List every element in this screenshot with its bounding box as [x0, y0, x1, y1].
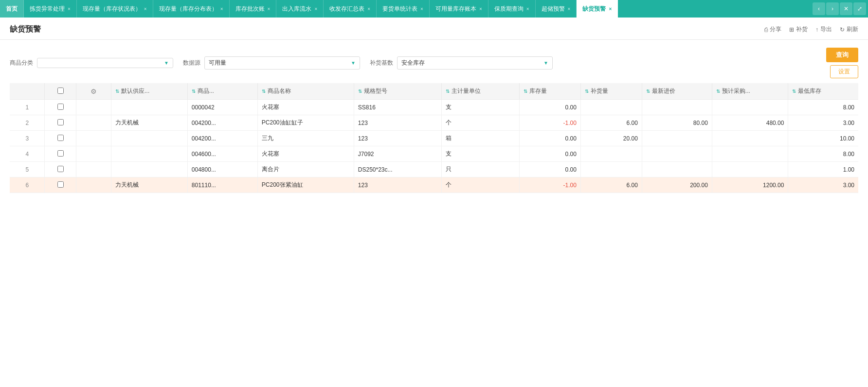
cell-code: 004200...: [187, 131, 257, 146]
tab-overstock[interactable]: 超储预警 ×: [536, 0, 577, 18]
tab-order-stats[interactable]: 要货单统计表 ×: [377, 0, 430, 18]
cell-spec: SS816: [354, 100, 441, 115]
query-button[interactable]: 查询: [826, 48, 858, 62]
table-row: 4 004600... 火花塞 J7092 支 0.00 8.00: [10, 146, 858, 162]
cell-min-stock: 8.00: [788, 146, 858, 162]
tab-fullscreen-button[interactable]: ⤢: [853, 2, 866, 15]
tab-close-expiry-query[interactable]: ×: [526, 6, 529, 12]
sort-supplier-icon[interactable]: ⇅: [115, 88, 119, 94]
cell-latest-price: [642, 100, 712, 115]
tab-receive-summary[interactable]: 收发存汇总表 ×: [324, 0, 377, 18]
row-checkbox[interactable]: [57, 166, 64, 172]
tab-close-order-stats[interactable]: ×: [420, 6, 423, 12]
datasource-value: 可用量: [209, 59, 226, 67]
cell-code: 004600...: [187, 146, 257, 162]
sort-price-icon[interactable]: ⇅: [646, 88, 650, 94]
cell-stock: 0.00: [519, 131, 580, 146]
data-table: ⚙ ⇅ 默认供应... ⇅ 商品...: [10, 83, 858, 193]
cell-index: 1: [10, 100, 45, 115]
category-select[interactable]: ▼: [37, 58, 173, 68]
cell-replenish: [580, 146, 642, 162]
cell-spec: 123: [354, 115, 441, 131]
tab-close-inout-flow[interactable]: ×: [314, 6, 317, 12]
cell-checkbox[interactable]: [45, 162, 76, 177]
row-checkbox[interactable]: [57, 104, 64, 110]
cell-checkbox[interactable]: [45, 146, 76, 162]
tab-close-available-ledger[interactable]: ×: [479, 6, 482, 12]
replenish-button[interactable]: ⊞ 补货: [789, 25, 808, 34]
cell-checkbox[interactable]: [45, 100, 76, 115]
datasource-select[interactable]: 可用量 ▼: [204, 56, 360, 70]
tab-inventory-status[interactable]: 现存量（库存状况表） ×: [77, 0, 153, 18]
cell-checkbox[interactable]: [45, 131, 76, 146]
cell-settings: [76, 146, 111, 162]
tab-close-inventory-status[interactable]: ×: [144, 6, 147, 12]
column-settings-icon[interactable]: ⚙: [90, 88, 97, 95]
replenish-icon: ⊞: [789, 26, 794, 33]
sort-spec-icon[interactable]: ⇅: [358, 88, 362, 94]
sort-minstock-icon[interactable]: ⇅: [792, 88, 796, 94]
cell-checkbox[interactable]: [45, 177, 76, 193]
table-row: 6 力天机械 801110... PC200张紧油缸 123 个 -1.00 6…: [10, 177, 858, 193]
tab-expiry-query[interactable]: 保质期查询 ×: [488, 0, 536, 18]
refresh-button[interactable]: ↻ 刷新: [840, 25, 858, 34]
sort-unit-icon[interactable]: ⇅: [446, 88, 450, 94]
sort-replenish-icon[interactable]: ⇅: [585, 88, 589, 94]
row-checkbox[interactable]: [57, 119, 64, 125]
row-checkbox[interactable]: [57, 181, 64, 188]
cell-min-stock: 10.00: [788, 131, 858, 146]
replenish-base-select[interactable]: 安全库存 ▼: [397, 56, 553, 70]
cell-unit: 支: [441, 100, 519, 115]
sort-purchase-icon[interactable]: ⇅: [716, 88, 720, 94]
tab-batch-account[interactable]: 库存批次账 ×: [230, 0, 277, 18]
th-est-purchase: ⇅ 预计采购...: [712, 83, 788, 100]
cell-stock: 0.00: [519, 100, 580, 115]
tab-close-shortage[interactable]: ×: [609, 6, 612, 12]
replenish-base-value: 安全库存: [401, 59, 425, 67]
select-all-checkbox[interactable]: [57, 88, 64, 94]
settings-button[interactable]: 设置: [830, 65, 858, 78]
tab-available-ledger[interactable]: 可用量库存账本 ×: [430, 0, 488, 18]
row-checkbox[interactable]: [57, 135, 64, 141]
cell-spec: 123: [354, 131, 441, 146]
tab-prev-button[interactable]: ‹: [813, 2, 825, 15]
category-filter-group: 商品分类 ▼: [10, 58, 173, 68]
tab-close-receive-summary[interactable]: ×: [367, 6, 370, 12]
cell-checkbox[interactable]: [45, 115, 76, 131]
tab-inout-flow[interactable]: 出入库流水 ×: [276, 0, 324, 18]
cell-supplier: [111, 131, 188, 146]
tab-close-overstock[interactable]: ×: [568, 6, 571, 12]
category-chevron-icon: ▼: [164, 60, 169, 66]
table-row: 1 0000042 火花塞 SS816 支 0.00 8.00: [10, 100, 858, 115]
tab-exception[interactable]: 拣货异常处理 ×: [24, 0, 77, 18]
sort-name-icon[interactable]: ⇅: [262, 88, 266, 94]
tab-inventory-dist[interactable]: 现存量（库存分布表） ×: [153, 0, 230, 18]
th-code: ⇅ 商品...: [187, 83, 257, 100]
tab-close-all-button[interactable]: ✕: [840, 2, 852, 15]
tab-close-batch-account[interactable]: ×: [268, 6, 271, 12]
cell-index: 6: [10, 177, 45, 193]
cell-latest-price: 80.00: [642, 115, 712, 131]
tab-home[interactable]: 首页: [0, 0, 24, 18]
sort-code-icon[interactable]: ⇅: [192, 88, 196, 94]
cell-est-purchase: [712, 131, 788, 146]
datasource-filter-group: 数据源 可用量 ▼: [183, 56, 360, 70]
cell-replenish: [580, 162, 642, 177]
tab-close-inventory-dist[interactable]: ×: [220, 6, 223, 12]
th-unit: ⇅ 主计量单位: [441, 83, 519, 100]
share-button[interactable]: ⎙ 分享: [764, 25, 781, 34]
row-checkbox[interactable]: [57, 150, 64, 157]
cell-supplier: 力天机械: [111, 177, 188, 193]
tab-shortage[interactable]: 缺货预警 ×: [577, 0, 618, 18]
tab-close-exception[interactable]: ×: [68, 6, 71, 12]
tab-next-button[interactable]: ›: [826, 2, 839, 15]
cell-est-purchase: [712, 100, 788, 115]
cell-supplier: 力天机械: [111, 115, 188, 131]
th-name: ⇅ 商品名称: [257, 83, 354, 100]
export-button[interactable]: ↑ 导出: [815, 25, 832, 34]
page-header: 缺货预警 ⎙ 分享 ⊞ 补货 ↑ 导出 ↻ 刷新: [0, 18, 868, 40]
cell-stock: 0.00: [519, 162, 580, 177]
sort-stock-icon[interactable]: ⇅: [524, 88, 527, 94]
export-icon: ↑: [815, 26, 818, 33]
filter-right-actions: 查询 设置: [826, 48, 858, 78]
